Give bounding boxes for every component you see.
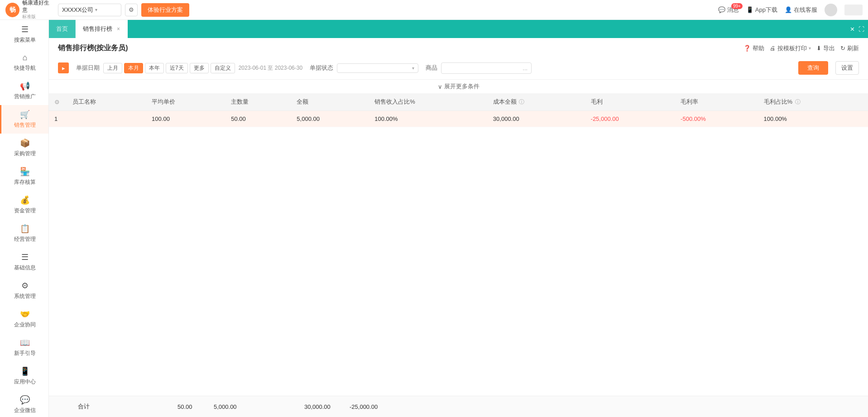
page-header: 销售排行榜(按业务员) ❓ 帮助 🖨 按模板打印 ▾ ⬇ 导出 xyxy=(49,38,868,57)
footer-qty: 50.00 xyxy=(172,402,208,412)
user-name-placeholder xyxy=(844,5,863,15)
custom-btn[interactable]: 自定义 xyxy=(211,63,235,73)
col-name: 员工名称 xyxy=(67,93,146,111)
footer-sales-pct xyxy=(254,405,299,408)
footer-gross: -25,000.00 xyxy=(344,402,389,412)
gross-pct-info-icon[interactable]: ⓘ xyxy=(795,99,801,105)
sidebar-item-wechat[interactable]: 💬 企业微信 xyxy=(0,390,48,417)
tab-bar: 首页 销售排行榜 × ✕ ⛶ xyxy=(49,20,868,38)
print-chevron-icon: ▾ xyxy=(809,46,811,51)
sidebar: ☰ 搜索菜单 ⌂ 快捷导航 📢 营销推广 🛒 销售管理 📦 采购管理 🏪 库存核… xyxy=(0,20,49,417)
avatar[interactable] xyxy=(825,4,837,16)
gross-rate-cell: -500.00% xyxy=(675,111,758,127)
last-7-days-btn[interactable]: 近7天 xyxy=(166,63,188,73)
column-settings-icon[interactable]: ⚙ xyxy=(54,99,60,105)
last-month-btn[interactable]: 上月 xyxy=(103,63,122,73)
logo: 畅 畅康通好生意 标准版 xyxy=(5,0,54,20)
app-download-button[interactable]: 📱 App下载 xyxy=(746,6,777,14)
top-right-actions: 💬 消息 99+ 📱 App下载 👤 在线客服 xyxy=(718,4,863,16)
message-button[interactable]: 💬 消息 99+ xyxy=(718,6,739,14)
date-filter-label: 单据日期 xyxy=(76,64,100,72)
sidebar-item-operations[interactable]: 📋 经营管理 xyxy=(0,219,48,248)
col-gross-rate: 毛利率 xyxy=(675,93,758,111)
cost-cell: 30,000.00 xyxy=(488,111,585,127)
this-year-btn[interactable]: 本年 xyxy=(145,63,164,73)
trial-button[interactable]: 体验行业方案 xyxy=(141,3,189,17)
col-gross-pct: 毛利占比% ⓘ xyxy=(758,93,868,111)
rank-cell: 1 xyxy=(49,111,67,127)
operations-icon: 📋 xyxy=(20,224,30,234)
company-name: XXXXX公司 xyxy=(62,6,93,14)
search-menu-icon: ☰ xyxy=(21,24,29,34)
cost-info-icon[interactable]: ⓘ xyxy=(519,99,524,105)
export-button[interactable]: ⬇ 导出 xyxy=(816,44,835,53)
amount-cell: 5,000.00 xyxy=(291,111,369,127)
home-icon: ⌂ xyxy=(23,53,28,62)
settings-button[interactable]: 设置 xyxy=(835,61,859,75)
app-label: App下载 xyxy=(755,6,777,14)
company-selector[interactable]: XXXXX公司 ▾ xyxy=(58,4,121,16)
message-icon: 💬 xyxy=(718,6,725,13)
goods-more-icon: ... xyxy=(523,65,528,72)
more-btn[interactable]: 更多 xyxy=(190,63,209,73)
expand-conditions-button[interactable]: ∨ 展开更多条件 xyxy=(438,82,480,91)
wechat-icon: 💬 xyxy=(20,395,30,405)
sidebar-item-marketing[interactable]: 📢 营销推广 xyxy=(0,77,48,105)
footer-empty xyxy=(54,405,72,408)
footer-total-label: 合计 xyxy=(72,401,127,412)
system-icon: ⚙ xyxy=(21,281,29,291)
app-icon: 📱 xyxy=(746,6,753,13)
status-filter-group: 单据状态 ▾ xyxy=(310,63,418,73)
sales-pct-cell: 100.00% xyxy=(369,111,488,127)
goods-input[interactable]: ... xyxy=(441,62,532,74)
logo-text-block: 畅康通好生意 标准版 xyxy=(22,0,54,20)
sidebar-item-guide[interactable]: 📖 新手引导 xyxy=(0,333,48,362)
marketing-icon: 📢 xyxy=(20,81,30,91)
service-label: 在线客服 xyxy=(794,6,817,14)
page-content: 销售排行榜(按业务员) ❓ 帮助 🖨 按模板打印 ▾ ⬇ 导出 xyxy=(49,38,868,417)
query-button[interactable]: 查询 xyxy=(798,61,828,75)
footer-cells: 合计 50.00 5,000.00 30,000.00 -25,000.00 xyxy=(54,401,863,412)
window-maximize-icon[interactable]: ⛶ xyxy=(858,26,864,33)
sidebar-item-search[interactable]: ☰ 搜索菜单 xyxy=(0,20,48,48)
guide-icon: 📖 xyxy=(20,338,30,348)
table-row: 1 100.00 50.00 5,000.00 100.00% 30,000.0… xyxy=(49,111,868,127)
name-cell xyxy=(67,111,146,127)
footer-avg-price xyxy=(127,405,172,408)
sidebar-item-apps[interactable]: 📱 应用中心 xyxy=(0,362,48,390)
window-close-icon[interactable]: ✕ xyxy=(850,26,855,33)
sidebar-item-purchase[interactable]: 📦 采购管理 xyxy=(0,134,48,162)
logo-title: 畅康通好生意 xyxy=(22,0,54,14)
sidebar-item-sales[interactable]: 🛒 销售管理 xyxy=(0,105,48,134)
logo-subtitle: 标准版 xyxy=(22,14,54,20)
sidebar-item-quick[interactable]: ⌂ 快捷导航 xyxy=(0,48,48,77)
filter-collapse-icon[interactable]: ▸ xyxy=(58,62,69,73)
tab-close-icon[interactable]: × xyxy=(117,26,120,32)
help-button[interactable]: ❓ 帮助 xyxy=(743,44,764,53)
content-area: 首页 销售排行榜 × ✕ ⛶ 销售排行榜(按业务员) ❓ 帮助 xyxy=(49,20,868,417)
page-actions: ❓ 帮助 🖨 按模板打印 ▾ ⬇ 导出 ↻ 刷新 xyxy=(743,44,859,53)
status-select[interactable]: ▾ xyxy=(337,63,418,73)
print-button[interactable]: 🖨 按模板打印 ▾ xyxy=(770,44,811,53)
home-tab-label: 首页 xyxy=(56,25,68,33)
sidebar-item-system[interactable]: ⚙ 系统管理 xyxy=(0,276,48,305)
tab-home[interactable]: 首页 xyxy=(49,20,76,38)
expand-label: 展开更多条件 xyxy=(444,82,480,91)
gross-pct-cell: 100.00% xyxy=(758,111,868,127)
table-footer: 合计 50.00 5,000.00 30,000.00 -25,000.00 xyxy=(49,396,868,417)
this-month-btn[interactable]: 本月 xyxy=(124,63,143,73)
sidebar-item-basic[interactable]: ☰ 基础信息 xyxy=(0,248,48,276)
tab-sales-rank[interactable]: 销售排行榜 × xyxy=(76,20,128,38)
page-title: 销售排行榜(按业务员) xyxy=(58,43,128,53)
refresh-button[interactable]: ↻ 刷新 xyxy=(840,44,859,53)
settings-icon[interactable]: ⚙ xyxy=(125,4,138,16)
sidebar-item-collab[interactable]: 🤝 企业协同 xyxy=(0,305,48,333)
online-service-button[interactable]: 👤 在线客服 xyxy=(785,6,817,14)
sidebar-item-finance[interactable]: 💰 资金管理 xyxy=(0,191,48,219)
export-icon: ⬇ xyxy=(816,45,821,52)
date-filter-group: 单据日期 上月 本月 本年 近7天 更多 自定义 2023-06-01 至 20… xyxy=(76,63,302,73)
help-icon: ❓ xyxy=(743,45,751,52)
sidebar-item-inventory[interactable]: 🏪 库存核算 xyxy=(0,162,48,191)
service-icon: 👤 xyxy=(785,6,792,13)
date-buttons: 上月 本月 本年 近7天 更多 自定义 xyxy=(103,63,235,73)
